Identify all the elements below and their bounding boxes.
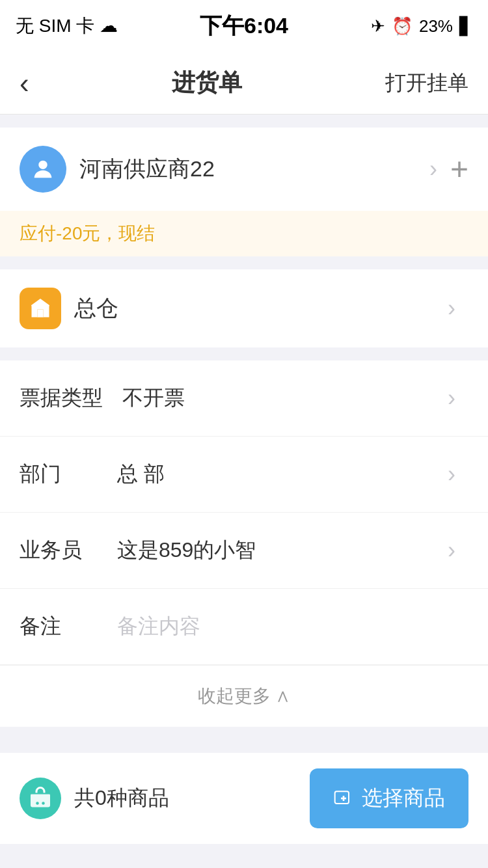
supplier-chevron-icon: ›	[429, 156, 437, 183]
supplier-row[interactable]: 河南供应商22 › +	[0, 128, 488, 211]
network-status: 无 SIM 卡 ☁	[16, 14, 118, 38]
warehouse-section: 总仓 ›	[0, 269, 488, 347]
salesperson-row[interactable]: 业务员 这是859的小智 ›	[0, 513, 488, 589]
page-title: 进货单	[172, 67, 242, 99]
select-product-button[interactable]: 选择商品	[310, 768, 468, 828]
location-icon: ✈	[371, 16, 385, 36]
add-supplier-button[interactable]: +	[450, 154, 468, 185]
department-row[interactable]: 部门 总 部 ›	[0, 437, 488, 513]
notice-bar: 应付-20元，现结	[0, 211, 488, 256]
status-time: 下午6:04	[200, 11, 288, 41]
salesperson-value: 这是859的小智	[117, 536, 448, 565]
status-right: ✈ ⏰ 23% ▋	[371, 16, 472, 36]
divider-3	[0, 727, 488, 740]
nav-bar: ‹ 进货单 打开挂单	[0, 52, 488, 115]
salesperson-label: 业务员	[20, 536, 98, 565]
invoice-type-chevron-icon: ›	[448, 385, 455, 412]
warehouse-chevron-icon: ›	[448, 295, 455, 322]
supplier-avatar	[20, 146, 66, 193]
department-value: 总 部	[117, 460, 448, 489]
status-bar: 无 SIM 卡 ☁ 下午6:04 ✈ ⏰ 23% ▋	[0, 0, 488, 52]
invoice-type-row[interactable]: 票据类型 不开票 ›	[0, 360, 488, 437]
supplier-section: 河南供应商22 › + 应付-20元，现结	[0, 128, 488, 256]
cart-icon	[29, 787, 52, 810]
svg-point-4	[36, 802, 39, 805]
collapse-label: 收起更多 ∧	[198, 686, 291, 706]
svg-point-0	[38, 161, 47, 169]
supplier-name: 河南供应商22	[79, 154, 429, 184]
divider-2	[0, 347, 488, 360]
department-chevron-icon: ›	[448, 461, 455, 488]
product-icon	[20, 778, 61, 819]
warehouse-row[interactable]: 总仓 ›	[0, 269, 488, 347]
invoice-type-label: 票据类型	[20, 384, 103, 413]
home-icon	[29, 297, 52, 320]
warehouse-name: 总仓	[74, 293, 448, 323]
svg-rect-3	[31, 794, 50, 807]
svg-point-5	[42, 802, 45, 805]
form-section: 票据类型 不开票 › 部门 总 部 › 业务员 这是859的小智 › 备注 备注…	[0, 360, 488, 727]
remark-row[interactable]: 备注 备注内容	[0, 589, 488, 665]
status-left: 无 SIM 卡 ☁	[16, 14, 118, 38]
select-product-label: 选择商品	[362, 784, 445, 813]
invoice-type-value: 不开票	[122, 384, 448, 413]
product-count: 共0种商品	[74, 784, 310, 813]
divider-1	[0, 256, 488, 269]
user-icon	[30, 156, 56, 182]
salesperson-chevron-icon: ›	[448, 537, 455, 564]
back-button[interactable]: ‹	[20, 69, 29, 98]
alarm-icon: ⏰	[392, 16, 413, 36]
open-pending-button[interactable]: 打开挂单	[385, 69, 468, 98]
remark-label: 备注	[20, 612, 98, 641]
remark-input[interactable]: 备注内容	[117, 612, 468, 641]
notice-text: 应付-20元，现结	[20, 223, 155, 243]
battery-status: 23%	[419, 16, 453, 36]
warehouse-icon	[20, 288, 61, 329]
top-divider	[0, 115, 488, 128]
battery-icon: ▋	[459, 16, 472, 36]
select-product-icon	[333, 788, 354, 809]
bottom-bar: 共0种商品 选择商品	[0, 753, 488, 844]
collapse-button[interactable]: 收起更多 ∧	[0, 665, 488, 727]
department-label: 部门	[20, 460, 98, 489]
svg-rect-2	[38, 310, 44, 318]
